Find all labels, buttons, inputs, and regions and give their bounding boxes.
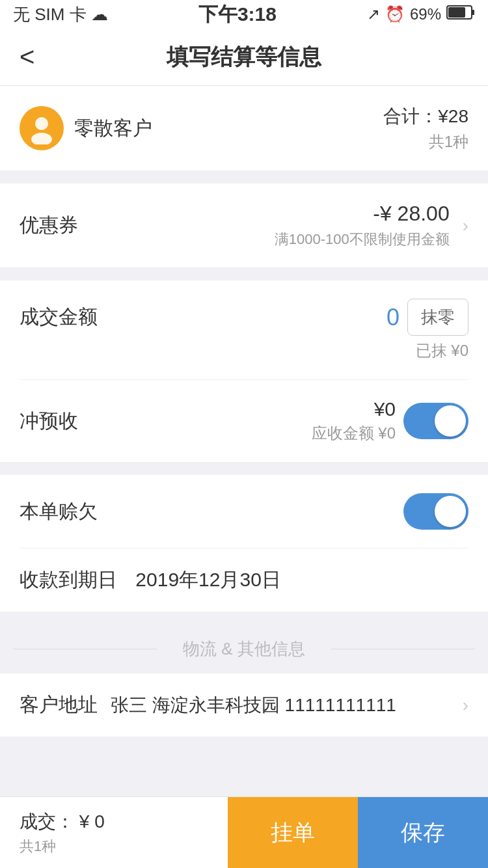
chevron-right-icon: › xyxy=(463,215,468,236)
nav-bar: < 填写结算等信息 xyxy=(0,29,488,86)
divider-2 xyxy=(0,267,488,280)
already-rounded-text: 已抹 ¥0 xyxy=(416,342,468,359)
status-time: 下午3:18 xyxy=(198,1,277,28)
bottom-bar: 成交： ¥ 0 共1种 挂单 保存 xyxy=(0,796,488,868)
svg-rect-1 xyxy=(472,10,474,15)
customer-right: 合计：¥28 共1种 xyxy=(383,104,468,152)
prepayment-toggle[interactable] xyxy=(403,403,468,439)
debt-right xyxy=(403,493,468,530)
logistics-label: 物流 & 其他信息 xyxy=(183,638,305,660)
logistics-line-right xyxy=(331,649,475,649)
bottom-deal-line: 成交： ¥ 0 xyxy=(20,809,208,834)
prepayment-label: 冲预收 xyxy=(20,408,78,435)
sim-status: 无 SIM 卡 ☁ xyxy=(13,3,108,26)
customer-left: 零散客户 xyxy=(20,106,152,150)
divider-4 xyxy=(0,612,488,625)
debt-toggle[interactable] xyxy=(403,493,468,530)
prepayment-value-block: ¥0 应收金额 ¥0 xyxy=(312,398,396,444)
alarm-icon: ⏰ xyxy=(385,5,405,23)
prepay-value: ¥0 xyxy=(312,398,396,420)
deal-amount-label: 成交金额 xyxy=(20,304,98,331)
svg-point-3 xyxy=(35,117,48,130)
logistics-divider: 物流 & 其他信息 xyxy=(0,625,488,673)
pending-button[interactable]: 挂单 xyxy=(228,797,358,869)
status-left: 无 SIM 卡 ☁ xyxy=(13,3,108,26)
round-zero-button[interactable]: 抹零 xyxy=(407,299,468,336)
due-date-value: 2019年12月30日 xyxy=(135,569,280,590)
coupon-row[interactable]: 优惠券 -¥ 28.00 满1000-100不限制使用金额 › xyxy=(20,183,468,267)
customer-section: 零散客户 合计：¥28 共1种 xyxy=(0,86,488,170)
bottom-summary: 成交： ¥ 0 共1种 xyxy=(0,809,228,856)
logistics-line-left xyxy=(13,649,157,649)
prepayment-right: ¥0 应收金额 ¥0 xyxy=(312,398,468,444)
deal-section: 成交金额 抹零 已抹 ¥0 冲预收 ¥0 应收金额 ¥0 xyxy=(0,280,488,462)
avatar xyxy=(20,106,64,150)
prepayment-row: 冲预收 ¥0 应收金额 ¥0 xyxy=(20,380,468,462)
address-label: 客户地址 xyxy=(20,692,98,718)
due-date-label: 收款到期日 xyxy=(20,569,117,590)
customer-name: 零散客户 xyxy=(74,115,152,142)
divider-6 xyxy=(0,737,488,750)
battery-percent: 69% xyxy=(410,5,441,23)
back-button[interactable]: < xyxy=(20,42,34,72)
due-date-section: 收款到期日 2019年12月30日 xyxy=(20,567,281,593)
coupon-label: 优惠券 xyxy=(20,212,78,239)
debt-row: 本单赊欠 xyxy=(20,475,468,549)
bottom-deal-value: ¥ 0 xyxy=(79,811,105,832)
coupon-section: 优惠券 -¥ 28.00 满1000-100不限制使用金额 › xyxy=(0,183,488,267)
save-button[interactable]: 保存 xyxy=(358,797,488,869)
coupon-value-block: -¥ 28.00 满1000-100不限制使用金额 xyxy=(275,202,450,249)
address-section[interactable]: 客户地址 张三 海淀永丰科技园 11111111111 › xyxy=(0,673,488,737)
due-date-row: 收款到期日 2019年12月30日 xyxy=(20,549,468,612)
status-bar: 无 SIM 卡 ☁ 下午3:18 ↗ ⏰ 69% xyxy=(0,0,488,29)
content-area: 零散客户 合计：¥28 共1种 优惠券 -¥ 28.00 满1000-100不限… xyxy=(0,86,488,821)
coupon-right: -¥ 28.00 满1000-100不限制使用金额 › xyxy=(275,202,468,249)
debt-toggle-knob xyxy=(435,496,466,527)
coupon-description: 满1000-100不限制使用金额 xyxy=(275,230,450,249)
bottom-deal-label: 成交： xyxy=(20,811,74,832)
svg-rect-2 xyxy=(448,7,465,18)
total-count: 共1种 xyxy=(383,131,468,152)
coupon-discount: -¥ 28.00 xyxy=(275,202,450,226)
deal-amount-right: 抹零 xyxy=(107,299,468,336)
battery-icon xyxy=(446,5,475,23)
status-right: ↗ ⏰ 69% xyxy=(367,5,475,23)
toggle-knob xyxy=(435,405,466,437)
total-amount: 合计：¥28 xyxy=(383,104,468,129)
divider-3 xyxy=(0,462,488,475)
prepay-receivable: 应收金额 ¥0 xyxy=(312,423,396,444)
address-chevron-icon: › xyxy=(463,695,468,716)
divider-1 xyxy=(0,170,488,183)
deal-amount-row: 成交金额 抹零 已抹 ¥0 xyxy=(20,280,468,380)
location-icon: ↗ xyxy=(367,5,380,23)
address-value: 张三 海淀永丰科技园 11111111111 xyxy=(111,693,456,718)
deal-amount-input[interactable] xyxy=(107,304,400,331)
debt-label: 本单赊欠 xyxy=(20,498,98,525)
svg-point-4 xyxy=(31,133,52,144)
nav-title: 填写结算等信息 xyxy=(167,42,321,72)
bottom-count: 共1种 xyxy=(20,837,208,856)
debt-section: 本单赊欠 收款到期日 2019年12月30日 xyxy=(0,475,488,612)
